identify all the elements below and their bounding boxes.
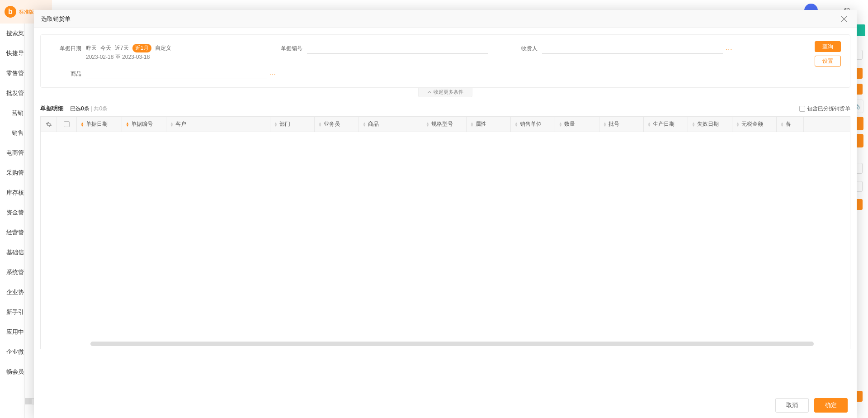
- sort-icon: ▲▼: [80, 122, 84, 127]
- sort-icon: ▲▼: [470, 122, 474, 127]
- date-opt-last1m[interactable]: 近1月: [132, 44, 152, 52]
- table-horizontal-scrollbar[interactable]: [90, 342, 814, 346]
- sort-icon: ▲▼: [426, 122, 429, 127]
- date-opt-last7[interactable]: 近7天: [115, 44, 129, 52]
- doc-no-input[interactable]: [307, 44, 488, 54]
- receiver-input[interactable]: [542, 44, 723, 54]
- column-config-button[interactable]: [41, 117, 57, 132]
- col-date[interactable]: ▲▼单据日期: [77, 117, 122, 132]
- sort-icon: ▲▼: [126, 122, 129, 127]
- filter-row-2: 商品 ...: [50, 69, 841, 79]
- detail-header: 单据明细 已选0条 | 共0条 包含已分拣销货单: [40, 104, 850, 113]
- col-batch[interactable]: ▲▼批号: [599, 117, 644, 132]
- filter-row-1: 单据日期 昨天 今天 近7天 近1月 自定义 2023-02-18 至 2023…: [50, 44, 841, 61]
- close-icon: [841, 16, 847, 22]
- col-unit[interactable]: ▲▼销售单位: [511, 117, 555, 132]
- query-button[interactable]: 查询: [815, 41, 841, 52]
- product-input[interactable]: [86, 69, 267, 79]
- confirm-button[interactable]: 确定: [814, 398, 848, 413]
- gear-icon: [46, 121, 52, 128]
- select-all-checkbox[interactable]: [57, 117, 77, 132]
- selected-count: 已选0条 | 共0条: [70, 105, 108, 113]
- table-header-row: ▲▼单据日期 ▲▼单据编号 ▲▼客户 ▲▼部门 ▲▼业务员 ▲▼商品 ▲▼规格型…: [41, 117, 850, 132]
- cancel-button[interactable]: 取消: [775, 398, 809, 413]
- col-salesperson[interactable]: ▲▼业务员: [315, 117, 359, 132]
- filter-product-label: 商品: [50, 69, 81, 78]
- results-table: ▲▼单据日期 ▲▼单据编号 ▲▼客户 ▲▼部门 ▲▼业务员 ▲▼商品 ▲▼规格型…: [40, 116, 850, 349]
- filter-actions: 查询 设置: [815, 41, 841, 66]
- modal-footer: 取消 确定: [34, 392, 857, 418]
- col-remark[interactable]: ▲▼备: [777, 117, 804, 132]
- total-count: 共0条: [94, 105, 108, 112]
- sort-icon: ▲▼: [736, 122, 740, 127]
- include-partial-label: 包含已分拣销货单: [807, 105, 850, 113]
- date-opt-custom[interactable]: 自定义: [155, 44, 171, 52]
- modal-body: 查询 设置 单据日期 昨天 今天 近7天 近1月 自定义: [34, 28, 857, 392]
- detail-title: 单据明细: [40, 104, 64, 113]
- col-amount[interactable]: ▲▼无税金额: [732, 117, 777, 132]
- sort-icon: ▲▼: [363, 122, 366, 127]
- col-spec[interactable]: ▲▼规格型号: [422, 117, 467, 132]
- sort-icon: ▲▼: [514, 122, 518, 127]
- sort-icon: ▲▼: [318, 122, 322, 127]
- filter-receiver: 收货人 ...: [506, 44, 732, 54]
- settings-button[interactable]: 设置: [815, 56, 841, 66]
- sort-icon: ▲▼: [170, 122, 174, 127]
- col-customer[interactable]: ▲▼客户: [166, 117, 270, 132]
- col-production-date[interactable]: ▲▼生产日期: [644, 117, 688, 132]
- sort-icon: ▲▼: [780, 122, 784, 127]
- filter-product: 商品 ...: [50, 69, 276, 79]
- filter-doc-no: 单据编号: [271, 44, 488, 54]
- collapse-up-icon: [427, 90, 432, 95]
- date-opt-today[interactable]: 今天: [100, 44, 111, 52]
- receiver-more-icon[interactable]: ...: [726, 44, 732, 51]
- date-opt-yesterday[interactable]: 昨天: [86, 44, 97, 52]
- sort-icon: ▲▼: [274, 122, 278, 127]
- modal-title: 选取销货单: [41, 15, 71, 23]
- col-product[interactable]: ▲▼商品: [359, 117, 422, 132]
- filter-date-label: 单据日期: [50, 44, 81, 52]
- col-department[interactable]: ▲▼部门: [270, 117, 315, 132]
- collapse-label: 收起更多条件: [434, 89, 463, 95]
- filter-date: 单据日期 昨天 今天 近7天 近1月 自定义 2023-02-18 至 2023…: [50, 44, 171, 61]
- checkbox-icon: [64, 121, 70, 127]
- sort-icon: ▲▼: [692, 122, 695, 127]
- modal-header: 选取销货单: [34, 10, 857, 28]
- col-qty[interactable]: ▲▼数量: [555, 117, 599, 132]
- select-sales-order-modal: 选取销货单 查询 设置 单据日期 昨天 今天: [34, 10, 857, 418]
- col-expiry-date[interactable]: ▲▼失效日期: [688, 117, 732, 132]
- filter-docno-label: 单据编号: [271, 44, 302, 52]
- product-more-icon[interactable]: ...: [269, 69, 276, 76]
- col-doc-no[interactable]: ▲▼单据编号: [122, 117, 166, 132]
- include-partial-checkbox[interactable]: 包含已分拣销货单: [799, 105, 850, 113]
- sort-icon: ▲▼: [559, 122, 562, 127]
- close-button[interactable]: [839, 14, 849, 24]
- date-range-text: 2023-02-18 至 2023-03-18: [86, 53, 171, 61]
- filter-receiver-label: 收货人: [506, 44, 538, 52]
- collapse-conditions-button[interactable]: 收起更多条件: [418, 87, 472, 97]
- filter-panel: 查询 设置 单据日期 昨天 今天 近7天 近1月 自定义: [40, 34, 850, 88]
- sort-icon: ▲▼: [647, 122, 651, 127]
- checkbox-icon: [799, 106, 805, 112]
- col-attr[interactable]: ▲▼属性: [467, 117, 511, 132]
- sort-icon: ▲▼: [603, 122, 607, 127]
- modal-overlay: 选取销货单 查询 设置 单据日期 昨天 今天: [0, 0, 868, 418]
